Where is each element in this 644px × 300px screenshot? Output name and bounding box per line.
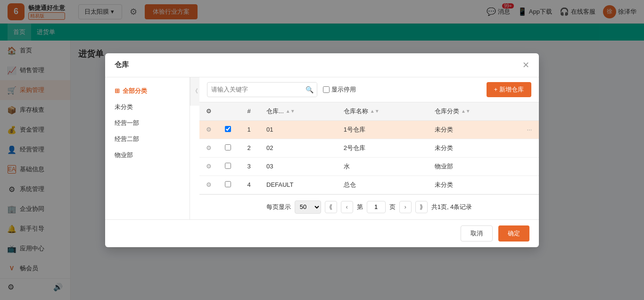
th-category: 仓库分类 ▲▼ — [429, 102, 520, 121]
table-row[interactable]: ⚙ 3 03 水 物业部 — [199, 157, 539, 175]
dialog-category-sidebar: ⊞ 全部分类 未分类 经营一部 经营二部 物业部 — [105, 77, 190, 219]
row-settings[interactable]: ⚙ — [199, 175, 218, 194]
row-checkbox-cell — [218, 120, 237, 139]
row-code: 01 — [261, 120, 338, 139]
table-row[interactable]: ⚙ 1 01 1号仓库 未分类 ··· — [199, 120, 539, 139]
row-more[interactable] — [520, 139, 539, 157]
dialog-toolbar: 🔍 显示停用 + 新增仓库 — [199, 77, 539, 102]
page-label: 第 — [357, 203, 363, 211]
row-category: 未分类 — [429, 175, 520, 194]
per-page-select[interactable]: 50 10 20 100 — [295, 200, 321, 214]
row-code: 03 — [261, 157, 338, 175]
cancel-button[interactable]: 取消 — [461, 225, 493, 242]
row-category: 未分类 — [429, 139, 520, 157]
sidebar-collapse-button[interactable]: 《 — [190, 77, 199, 106]
dialog-body: ⊞ 全部分类 未分类 经营一部 经营二部 物业部 《 — [105, 77, 539, 219]
row-settings[interactable]: ⚙ — [199, 120, 218, 139]
category-ops1[interactable]: 经营一部 — [105, 115, 190, 131]
first-page-btn[interactable]: ⟪ — [325, 201, 337, 213]
sort-name-icon: ▲▼ — [370, 108, 380, 114]
row-num: 3 — [237, 157, 261, 175]
row-num: 4 — [237, 175, 261, 194]
table-row[interactable]: ⚙ 4 DEFAULT 总仓 未分类 — [199, 175, 539, 194]
sort-code-icon: ▲▼ — [286, 108, 295, 114]
dialog-header: 仓库 ✕ — [105, 53, 539, 77]
row-checkbox[interactable] — [225, 181, 231, 187]
modal-overlay: 仓库 ✕ ⊞ 全部分类 未分类 经营一部 经营二部 — [0, 0, 644, 300]
dialog-footer: 取消 确定 — [105, 219, 539, 247]
confirm-button[interactable]: 确定 — [498, 225, 529, 242]
row-settings[interactable]: ⚙ — [199, 139, 218, 157]
last-page-btn[interactable]: ⟫ — [415, 201, 428, 213]
th-num: # — [237, 102, 261, 121]
row-name: 水 — [338, 157, 429, 175]
row-name: 1号仓库 — [338, 120, 429, 139]
row-code: 02 — [261, 139, 338, 157]
next-page-btn[interactable]: › — [399, 201, 412, 213]
search-input[interactable] — [207, 86, 302, 93]
row-checkbox-cell — [218, 157, 237, 175]
row-code: DEFAULT — [261, 175, 338, 194]
row-num: 2 — [237, 139, 261, 157]
row-more[interactable] — [520, 157, 539, 175]
row-settings[interactable]: ⚙ — [199, 157, 218, 175]
row-more[interactable]: ··· — [520, 120, 539, 139]
row-checkbox[interactable] — [225, 126, 231, 132]
prev-page-btn[interactable]: ‹ — [341, 201, 353, 213]
total-info: 共1页, 4条记录 — [431, 203, 472, 211]
category-unclassified[interactable]: 未分类 — [105, 99, 190, 115]
th-name: 仓库名称 ▲▼ — [338, 102, 429, 121]
category-ops2[interactable]: 经营二部 — [105, 131, 190, 147]
show-disabled-label[interactable]: 显示停用 — [323, 85, 356, 94]
row-num: 1 — [237, 120, 261, 139]
row-category: 物业部 — [429, 157, 520, 175]
category-all[interactable]: ⊞ 全部分类 — [105, 83, 190, 99]
row-checkbox-cell — [218, 139, 237, 157]
dialog-main-area: 🔍 显示停用 + 新增仓库 ⚙ — [199, 77, 539, 219]
show-disabled-checkbox[interactable] — [323, 86, 330, 93]
sort-category-icon: ▲▼ — [461, 108, 471, 114]
th-code: 仓库... ▲▼ — [261, 102, 338, 121]
row-category: 未分类 — [429, 120, 520, 139]
row-checkbox[interactable] — [225, 163, 231, 169]
row-checkbox-cell — [218, 175, 237, 194]
table-row[interactable]: ⚙ 2 02 2号仓库 未分类 — [199, 139, 539, 157]
row-name: 总仓 — [338, 175, 429, 194]
grid-icon: ⊞ — [115, 87, 120, 94]
warehouse-dialog: 仓库 ✕ ⊞ 全部分类 未分类 经营一部 经营二部 — [105, 53, 539, 247]
pagination: 每页显示 50 10 20 100 ⟪ ‹ 第 页 › ⟫ 共1页, 4条记录 — [199, 194, 539, 219]
th-settings: ⚙ — [199, 102, 218, 121]
row-name: 2号仓库 — [338, 139, 429, 157]
warehouse-table: ⚙ # 仓库... ▲▼ — [199, 102, 539, 194]
row-more[interactable] — [520, 175, 539, 194]
row-checkbox[interactable] — [225, 144, 231, 150]
category-property[interactable]: 物业部 — [105, 147, 190, 163]
search-box: 🔍 — [207, 82, 317, 97]
th-actions — [520, 102, 539, 121]
per-page-label: 每页显示 — [266, 203, 291, 211]
page-number-input[interactable] — [367, 201, 386, 213]
th-checkbox — [218, 102, 237, 121]
page-unit: 页 — [389, 203, 396, 211]
search-button[interactable]: 🔍 — [302, 82, 317, 97]
dialog-close-button[interactable]: ✕ — [522, 60, 529, 70]
add-warehouse-button[interactable]: + 新增仓库 — [487, 82, 531, 97]
dialog-title: 仓库 — [115, 60, 129, 69]
